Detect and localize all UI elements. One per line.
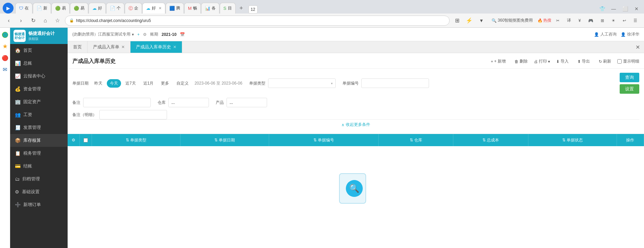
tab-4[interactable]: 🟢 易 — [70, 3, 88, 14]
th-doc-status[interactable]: ⇅ 单据状态 — [528, 134, 617, 146]
sidebar-item-tax[interactable]: 📋 税务管理 — [10, 147, 68, 160]
search-toolbar[interactable]: 🔍 360智能抠图免费用 — [489, 16, 535, 25]
tab-count[interactable]: 12 — [248, 5, 258, 14]
date-7days-btn[interactable]: 近7天 — [122, 79, 139, 88]
th-warehouse[interactable]: ⇅ 仓库 — [379, 134, 453, 146]
tab-11[interactable]: 📊 各 — [201, 3, 219, 14]
th-doc-type[interactable]: ⇅ 单据类型 — [92, 134, 181, 146]
page-tab-history[interactable]: 产成品入库单历史 ✕ — [130, 41, 182, 53]
th-doc-date[interactable]: ⇅ 单据日期 — [181, 134, 269, 146]
grid-btn[interactable]: ⊞ — [598, 17, 607, 24]
calendar-icon[interactable]: 📅 — [180, 32, 185, 37]
user-profile[interactable]: 👤 徐泽华 — [621, 31, 639, 37]
back-button[interactable]: ‹ — [4, 16, 14, 25]
tab-9[interactable]: 🟦 腾 — [166, 3, 184, 14]
show-detail-input[interactable] — [617, 59, 622, 64]
th-checkbox[interactable] — [80, 134, 92, 146]
history-btn[interactable]: ↩ — [620, 17, 629, 24]
browser-nav-icon[interactable]: ▶ — [3, 3, 14, 14]
collapse-button[interactable]: ∧ 收起更多条件 — [72, 119, 639, 130]
dropdown-button[interactable]: ▾ — [477, 16, 486, 25]
service-btn[interactable]: 👤 人工咨询 — [594, 31, 617, 37]
forward-button[interactable]: › — [16, 16, 26, 25]
product-select[interactable]: ... — [226, 98, 267, 107]
sidebar-item-invoice[interactable]: 🧾 发票管理 — [10, 121, 68, 134]
sidebar-item-reports[interactable]: 📈 云报表中心 — [10, 70, 68, 83]
menu-btn[interactable]: ☰ — [631, 17, 640, 24]
tab-3[interactable]: 🟢 易 — [51, 3, 70, 14]
show-detail-checkbox[interactable]: 显示明细 — [617, 59, 639, 64]
url-bar[interactable]: 🔒 https://cloud.chanjet.com/accounting/u… — [65, 16, 450, 26]
select-all-checkbox[interactable] — [84, 138, 88, 142]
extensions-button[interactable]: ⊞ — [452, 16, 462, 25]
scissors-btn[interactable]: ✂ — [553, 17, 562, 24]
weibo-icon-item[interactable]: 🔴 — [1, 53, 9, 62]
close-button[interactable]: ✕ — [632, 4, 641, 14]
type-select[interactable]: ▾ — [268, 78, 336, 88]
tab-6[interactable]: 📄 个 — [106, 3, 124, 14]
browser-icon-item[interactable]: 🌐 — [1, 30, 9, 39]
page-tab-history-close[interactable]: ✕ — [173, 45, 176, 49]
panel-close-icon[interactable]: ✕ — [636, 44, 640, 50]
page-tab-list[interactable]: 产成品入库单 ✕ — [88, 41, 130, 53]
star-icon-item[interactable]: ★ — [1, 42, 9, 51]
export-button[interactable]: ⬆ 导出 — [575, 57, 593, 66]
home-button[interactable]: ⌂ — [41, 16, 50, 25]
remark-input[interactable] — [83, 98, 151, 107]
minimize-button[interactable]: — — [609, 4, 618, 14]
tab-7[interactable]: Ⓒ 企 — [125, 3, 142, 14]
tab-5[interactable]: ☁ 好 — [89, 3, 106, 14]
money-btn[interactable]: ¥ — [576, 17, 583, 24]
date-custom-btn[interactable]: 自定义 — [173, 79, 192, 88]
add-company-button[interactable]: + — [137, 32, 140, 37]
sidebar-item-salary[interactable]: 👥 工资 — [10, 108, 68, 121]
tab-8-close[interactable]: ✕ — [159, 6, 162, 10]
page-tab-home[interactable]: 首页 — [68, 41, 88, 53]
refresh-button[interactable]: ↻ — [28, 16, 38, 25]
new-tab-button[interactable]: + — [236, 3, 247, 14]
th-total-cost[interactable]: ⇅ 总成本 — [453, 134, 528, 146]
query-button[interactable]: 查询 — [620, 73, 639, 82]
maximize-button[interactable]: ⬜ — [620, 4, 630, 14]
date-today-btn[interactable]: 今天 — [107, 79, 121, 88]
import-button[interactable]: ⬇ 导入 — [553, 57, 571, 66]
settings-search-button[interactable]: 设置 — [620, 84, 639, 94]
doc-num-input[interactable] — [361, 78, 429, 88]
sidebar-item-settings[interactable]: ⚙ 基础设置 — [10, 185, 68, 198]
add-button[interactable]: + + 新增 — [488, 57, 508, 66]
shirt-icon[interactable]: 👕 — [597, 4, 607, 14]
mail-icon-item[interactable]: ✉ — [1, 65, 9, 74]
hot-search-btn[interactable]: 🔥 热搜 — [538, 18, 551, 23]
sidebar-item-archive[interactable]: 🗂 归档管理 — [10, 173, 68, 185]
lightning-button[interactable]: ⚡ — [464, 16, 474, 25]
translate-btn[interactable]: 译 — [564, 16, 574, 25]
refresh-page-button[interactable]: ↻ 刷新 — [596, 57, 614, 66]
sidebar-item-new-order[interactable]: ➕ 新增订单 — [10, 198, 68, 211]
th-doc-num[interactable]: ⇅ 单据编号 — [269, 134, 379, 146]
sidebar-item-settlement[interactable]: 💳 结账 — [10, 160, 68, 173]
tab-2[interactable]: 📄 新 — [33, 3, 51, 14]
bookmark-button[interactable]: ☆ — [53, 16, 62, 25]
print-button[interactable]: 🖨 打印 ▾ — [534, 59, 550, 64]
settings-topbar-icon[interactable]: ⚙ — [143, 32, 147, 37]
sidebar-item-funds[interactable]: 💰 资金管理 — [10, 83, 68, 95]
th-settings[interactable]: ⚙ — [68, 134, 80, 146]
sidebar-item-inventory[interactable]: 📦 库存核算 — [10, 134, 68, 147]
sidebar-item-assets[interactable]: 🏢 固定资产 — [10, 95, 68, 108]
date-more-btn[interactable]: 更多 — [158, 79, 172, 88]
date-yesterday-btn[interactable]: 昨天 — [91, 79, 105, 88]
tab-8[interactable]: ☁ 好 ✕ — [142, 3, 165, 14]
detail-remark-input[interactable] — [99, 110, 167, 119]
sidebar-item-ledger[interactable]: 📊 总账 — [10, 57, 68, 70]
tab-10[interactable]: M 畅 — [184, 3, 201, 14]
page-tab-list-close[interactable]: ✕ — [121, 45, 125, 49]
delete-button[interactable]: 🗑 删除 — [512, 57, 530, 66]
sidebar-item-home[interactable]: 🏠 首页 — [10, 44, 68, 57]
game-btn[interactable]: 🎮 — [586, 17, 596, 24]
date-1month-btn[interactable]: 近1月 — [140, 79, 157, 88]
tab-12[interactable]: S 目 — [220, 3, 236, 14]
tab-1[interactable]: 🛡 在 — [15, 3, 32, 14]
warehouse-select[interactable]: ... — [168, 98, 209, 107]
theme-btn[interactable]: ☀ — [609, 17, 618, 24]
company-select[interactable]: (勿删勿禁用）江西服宝测试专用 ▾ — [72, 31, 134, 37]
